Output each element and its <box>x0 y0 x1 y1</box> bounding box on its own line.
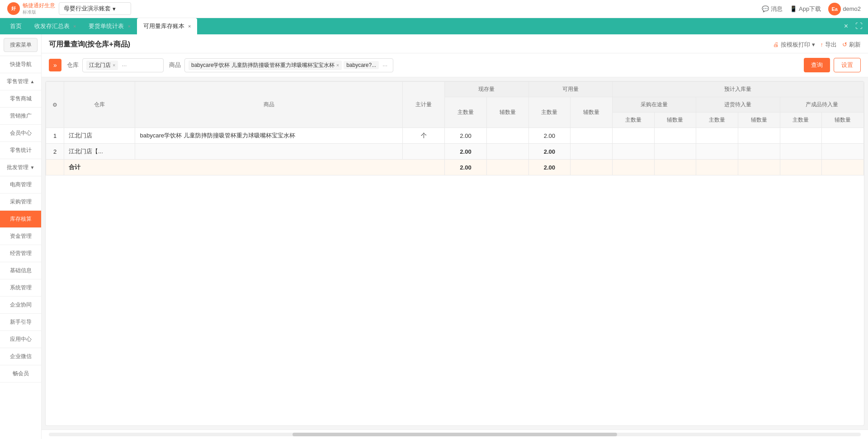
sidebar-basic-info-label: 基础信息 <box>10 267 32 274</box>
col-header-stock-aux: 辅数量 <box>486 97 528 128</box>
total-finished-main <box>780 160 822 175</box>
sidebar-item-retail-mgmt[interactable]: 零售管理 ▲ <box>0 73 41 90</box>
cell-finished-main-1 <box>780 128 822 144</box>
sidebar: 搜索菜单 快捷导航 零售管理 ▲ 零售商城 营销推广 会员中心 零售统计 批发管… <box>0 34 42 439</box>
app-download-button[interactable]: 📱 App下载 <box>790 5 821 13</box>
sidebar-item-marketing[interactable]: 营销推广 <box>0 108 41 125</box>
warehouse-filter-input[interactable]: 江北门店 × ··· <box>82 58 164 72</box>
sidebar-item-new-guide[interactable]: 新手引导 <box>0 314 41 331</box>
sidebar-item-retail-mall[interactable]: 零售商城 <box>0 90 41 108</box>
total-empty-1 <box>46 160 64 175</box>
col-header-finished-goods: 产成品待入量 <box>780 97 863 113</box>
cell-product-2 <box>135 144 403 160</box>
logo-app-name: 畅捷通好生意 <box>23 2 55 9</box>
table-footer <box>42 430 868 439</box>
product-filter-group: 商品 babycare学饮杯 儿童防摔防撞吸管杯重力球吸嘴杯宝宝水杯 × bab… <box>169 58 393 72</box>
product-filter-input[interactable]: babycare学饮杯 儿童防摔防撞吸管杯重力球吸嘴杯宝宝水杯 × babyca… <box>184 58 393 72</box>
chevron-down-icon: ▼ <box>30 165 35 170</box>
tab-home-label: 首页 <box>10 22 22 30</box>
query-button[interactable]: 查询 <box>804 58 830 72</box>
product-tag1-value: babycare学饮杯 儿童防摔防撞吸管杯重力球吸嘴杯宝宝水杯 <box>191 61 335 69</box>
col-header-settings: ⚙ <box>46 82 64 128</box>
store-selector[interactable]: 母婴行业演示账套 ▾ <box>59 2 131 15</box>
col-header-inbound-aux: 辅数量 <box>738 113 780 128</box>
tab-bar-right: × ⛶ <box>842 20 868 32</box>
user-area[interactable]: Ea demo2 <box>828 3 861 15</box>
col-header-available: 可用量 <box>528 82 612 97</box>
sidebar-item-ecommerce-mgmt[interactable]: 电商管理 <box>0 176 41 194</box>
col-header-avail-aux: 辅数量 <box>571 97 613 128</box>
tab-order-stats-label: 要货单统计表 <box>89 22 124 30</box>
warehouse-tag-close[interactable]: × <box>113 62 115 68</box>
content-area: 可用量查询(按仓库+商品) 🖨 按模板打印 ▾ ↑ 导出 ↺ 刷新 » <box>42 34 868 439</box>
tab-receive-summary-label: 收发存汇总表 <box>34 22 70 30</box>
tab-available-stock[interactable]: 可用量库存账本 × <box>137 18 197 34</box>
total-finished-aux <box>822 160 864 175</box>
sidebar-item-enterprise-wechat[interactable]: 企业微信 <box>0 348 41 365</box>
sidebar-enterprise-wechat-label: 企业微信 <box>10 353 32 359</box>
sidebar-vip-member-label: 畅会员 <box>13 370 29 377</box>
sidebar-item-quick-nav[interactable]: 快捷导航 <box>0 56 41 73</box>
tab-order-stats[interactable]: 要货单统计表 × <box>82 18 137 34</box>
settings-button[interactable]: 设置 <box>834 58 861 72</box>
sidebar-search-button[interactable]: 搜索菜单 <box>4 38 38 52</box>
sidebar-purchase-mgmt-label: 采购管理 <box>10 198 32 205</box>
sidebar-item-system-mgmt[interactable]: 系统管理 <box>0 279 41 297</box>
refresh-button[interactable]: ↺ 刷新 <box>842 41 861 49</box>
total-stock-main: 2.00 <box>445 160 487 175</box>
tab-close-all-button[interactable]: × <box>842 20 850 32</box>
sidebar-item-vip-member[interactable]: 畅会员 <box>0 365 41 382</box>
warehouse-more-icon[interactable]: ··· <box>120 62 128 69</box>
sidebar-wholesale-mgmt-label: 批发管理 <box>7 164 28 171</box>
chevron-up-icon: ▲ <box>30 79 35 84</box>
warehouse-filter-group: 仓库 江北门店 × ··· <box>67 58 164 72</box>
sidebar-item-app-center[interactable]: 应用中心 <box>0 331 41 348</box>
tab-order-stats-close[interactable]: × <box>127 24 130 29</box>
cell-stock-aux-1 <box>486 128 528 144</box>
product-filter-tag2: babycare?... <box>344 61 379 69</box>
sidebar-item-basic-info[interactable]: 基础信息 <box>0 262 41 279</box>
print-button[interactable]: 🖨 按模板打印 ▾ <box>773 41 815 49</box>
export-button[interactable]: ↑ 导出 <box>821 41 837 49</box>
cell-purchase-aux-2 <box>654 144 696 160</box>
sidebar-item-operations-mgmt[interactable]: 经营管理 <box>0 245 41 262</box>
cell-stock-aux-2 <box>486 144 528 160</box>
cell-avail-aux-2 <box>571 144 613 160</box>
sidebar-app-center-label: 应用中心 <box>10 336 32 342</box>
total-label: 合计 <box>64 160 445 175</box>
table-settings-icon[interactable]: ⚙ <box>52 102 57 108</box>
top-bar: 好 畅捷通好生意 标准版 母婴行业演示账套 ▾ 💬 消息 📱 App下载 Ea … <box>0 0 868 18</box>
sidebar-item-retail-stats[interactable]: 零售统计 <box>0 142 41 159</box>
cell-purchase-aux-1 <box>654 128 696 144</box>
tab-receive-summary-close[interactable]: × <box>73 24 76 29</box>
sidebar-item-enterprise-collab[interactable]: 企业协同 <box>0 297 41 314</box>
sidebar-ecommerce-mgmt-label: 电商管理 <box>10 181 32 188</box>
print-icon: 🖨 <box>773 41 779 48</box>
cell-inbound-aux-1 <box>738 128 780 144</box>
sidebar-item-inventory-check[interactable]: 库存核算 <box>0 211 41 228</box>
tab-expand-button[interactable]: ⛶ <box>854 20 864 32</box>
refresh-label: 刷新 <box>849 41 861 49</box>
sidebar-item-purchase-mgmt[interactable]: 采购管理 <box>0 194 41 211</box>
sidebar-finance-mgmt-label: 资金管理 <box>10 233 32 239</box>
filter-actions: 查询 设置 <box>804 58 861 72</box>
sidebar-item-finance-mgmt[interactable]: 资金管理 <box>0 228 41 245</box>
store-name: 母婴行业演示账套 <box>64 5 111 13</box>
cell-unit-2 <box>403 144 445 160</box>
sidebar-item-wholesale-mgmt[interactable]: 批发管理 ▼ <box>0 159 41 176</box>
total-purchase-main <box>612 160 654 175</box>
tab-available-stock-close[interactable]: × <box>188 24 191 29</box>
horizontal-scrollbar[interactable] <box>49 433 861 436</box>
product-tag1-close[interactable]: × <box>336 62 339 68</box>
cell-purchase-main-2 <box>612 144 654 160</box>
tab-home[interactable]: 首页 <box>4 18 28 34</box>
cell-seq-2: 2 <box>46 144 64 160</box>
logo-text-block: 畅捷通好生意 标准版 <box>23 2 55 15</box>
cell-product-1: babycare学饮杯 儿童防摔防撞吸管杯重力球吸嘴杯宝宝水杯 <box>135 128 403 144</box>
tab-receive-summary[interactable]: 收发存汇总表 × <box>28 18 82 34</box>
filter-toggle-button[interactable]: » <box>49 59 61 71</box>
tab-available-stock-label: 可用量库存账本 <box>143 22 184 30</box>
message-button[interactable]: 💬 消息 <box>762 5 783 13</box>
sidebar-item-member-center[interactable]: 会员中心 <box>0 125 41 142</box>
product-more-icon[interactable]: ··· <box>381 62 389 69</box>
